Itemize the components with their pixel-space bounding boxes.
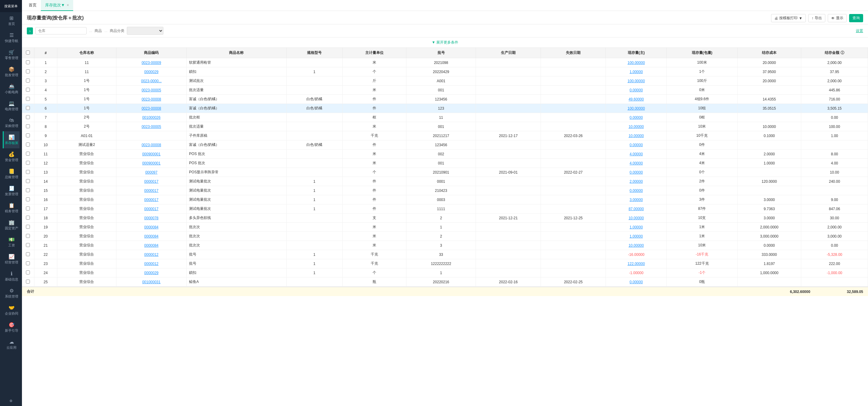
row-checkbox[interactable] [22,122,34,131]
show-btn[interactable]: 👁 显示 [828,14,847,22]
tab-home[interactable]: 首页 [24,0,41,11]
row-checkbox[interactable] [22,67,34,76]
tab-inventory-batch[interactable]: 库存批次▼ × [41,0,73,11]
sidebar-item-finance[interactable]: 💰 资金管理 [3,148,20,165]
row-checkbox[interactable] [22,241,34,250]
sidebar-item-ledger[interactable]: 📒 总账管理 [3,165,20,182]
row-code[interactable]: 000900001 [116,159,186,168]
row-checkbox[interactable] [22,95,34,104]
row-qty-main[interactable]: 3.00000 [606,195,667,204]
row-checkbox[interactable] [22,159,34,168]
row-code[interactable]: 0000084 [116,241,186,250]
sidebar-search[interactable]: 搜索菜单 [0,0,22,12]
row-qty-main[interactable]: -1.00000 [606,268,667,277]
row-code[interactable]: 0023-00009 [116,58,186,67]
warehouse-filter[interactable] [35,27,87,34]
row-qty-main[interactable]: 49.60000 [606,95,667,104]
row-qty-main[interactable]: 0.00000 [606,186,667,195]
sidebar-item-basic-info[interactable]: ℹ 基础信息 [3,268,20,285]
sidebar-item-wholesale[interactable]: 📦 批发管理 [3,63,20,80]
row-code[interactable] [116,131,186,140]
row-code[interactable]: 0000017 [116,177,186,186]
sidebar-item-home[interactable]: ⊞ 首页 [3,12,20,29]
row-qty-main[interactable]: 0.00000 [606,86,667,95]
sidebar-item-guide[interactable]: 🎯 新手引导 [3,319,20,336]
row-qty-main[interactable]: 100.00000 [606,104,667,113]
tab-close-icon[interactable]: × [67,3,69,7]
row-checkbox[interactable] [22,149,34,159]
row-code[interactable]: 0000084 [116,232,186,241]
row-code[interactable]: 0023-00008 [116,95,186,104]
row-code[interactable]: 0023-00005 [116,86,186,95]
sidebar-item-inventory[interactable]: 📊 库存核算 [3,131,20,148]
select-all-checkbox[interactable] [26,50,30,55]
print-btn[interactable]: 🖨 按模板打印 ▼ [771,14,806,22]
row-qty-main[interactable]: 10.00000 [606,241,667,250]
sidebar-item-invoice[interactable]: 🧾 发票管理 [3,182,20,200]
sidebar-item-assets[interactable]: 🏢 固定资产 [3,216,20,234]
row-checkbox[interactable] [22,268,34,277]
table-container[interactable]: # 仓库名称 商品编码 商品名称 规格型号 主计量单位 批号 生产日期 失效日期… [22,48,868,406]
row-code[interactable]: 0000012 [116,250,186,259]
row-qty-main[interactable]: 1.00000 [606,232,667,241]
row-qty-main[interactable]: 0.00000 [606,113,667,122]
row-code[interactable]: 001000031 [116,277,186,286]
sidebar-item-ecommerce[interactable]: 💻 电商管理 [3,98,20,114]
row-qty-main[interactable]: 122.00000 [606,259,667,268]
sidebar-settings[interactable]: ⚙ [0,396,22,406]
row-checkbox[interactable] [22,113,34,122]
row-checkbox[interactable] [22,204,34,213]
row-checkbox[interactable] [22,177,34,186]
sidebar-item-system[interactable]: ⚙ 系统管理 [3,285,20,302]
row-code[interactable]: 000097 [116,168,186,177]
filter-expand-icon[interactable]: › [27,27,33,34]
category-select[interactable] [127,27,163,35]
row-qty-main[interactable]: 4.00000 [606,159,667,168]
row-checkbox[interactable] [22,195,34,204]
row-qty-main[interactable]: 10.00000 [606,122,667,131]
row-checkbox[interactable] [22,131,34,140]
row-checkbox[interactable] [22,168,34,177]
row-qty-main[interactable]: 0.00000 [606,168,667,177]
row-checkbox[interactable] [22,213,34,223]
sidebar-item-purchase[interactable]: 🛍 采购管理 [3,114,20,131]
sidebar-item-quick-nav[interactable]: ☰ 快捷导航 [3,29,20,46]
row-code[interactable]: 0023-0000... [116,76,186,86]
sidebar-item-operations[interactable]: 📈 经营管理 [3,251,20,268]
row-qty-main[interactable]: 4.00000 [606,149,667,159]
row-code[interactable]: 0000017 [116,186,186,195]
row-qty-main[interactable]: 100.00000 [606,76,667,86]
row-qty-main[interactable]: 1.00000 [606,67,667,76]
row-checkbox[interactable] [22,259,34,268]
sidebar-item-ecommerce-small[interactable]: 🚢 小船电商 [3,80,20,98]
row-checkbox[interactable] [22,250,34,259]
row-code[interactable]: 0000029 [116,67,186,76]
row-checkbox[interactable] [22,223,34,232]
export-btn[interactable]: ↑ 导出 [808,14,825,22]
row-code[interactable]: 001000026 [116,113,186,122]
sidebar-item-retail[interactable]: 🛒 零售管理 [3,46,20,63]
row-code[interactable]: 0023-00008 [116,104,186,113]
settings-link[interactable]: 设置 [856,29,863,33]
row-code[interactable]: 0023-00005 [116,122,186,131]
row-checkbox[interactable] [22,58,34,67]
row-code[interactable]: 0000029 [116,268,186,277]
row-checkbox[interactable] [22,76,34,86]
row-checkbox[interactable] [22,140,34,149]
row-checkbox[interactable] [22,232,34,241]
row-qty-main[interactable]: 0.00000 [606,140,667,149]
row-code[interactable]: 0000078 [116,213,186,223]
row-checkbox[interactable] [22,86,34,95]
sidebar-item-cloud[interactable]: ☁ 云应用 [3,336,20,353]
row-qty-main[interactable]: 10.00000 [606,131,667,140]
row-code[interactable]: 000900001 [116,149,186,159]
row-checkbox[interactable] [22,104,34,113]
row-qty-main[interactable]: 1.00000 [606,223,667,232]
row-qty-main[interactable]: 87.00000 [606,204,667,213]
row-qty-main[interactable]: 2.00000 [606,177,667,186]
sidebar-item-cooperation[interactable]: 🤝 企业协同 [3,302,20,319]
row-qty-main[interactable]: -16.00000 [606,250,667,259]
row-checkbox[interactable] [22,277,34,286]
row-code[interactable]: 0023-00008 [116,140,186,149]
row-qty-main[interactable]: 0.00000 [606,277,667,286]
